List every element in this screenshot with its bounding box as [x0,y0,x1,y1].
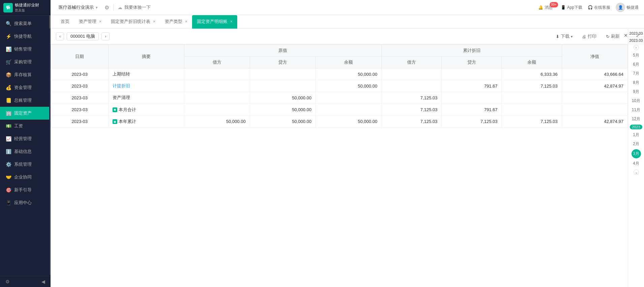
sidebar-item-enterprise[interactable]: 🤝 企业协同 [0,171,51,184]
cell-depr-balance: 7,125.03 [502,116,562,128]
timeline-month-11[interactable]: 11月 [628,105,644,115]
sidebar-item-inventory[interactable]: 📦 库存核算 [0,68,51,81]
timeline-month-5[interactable]: 5月 [628,51,644,60]
tab-asset-type[interactable]: 资产类型 × [160,15,192,29]
timeline-month-3-active[interactable]: 3月 [632,149,641,158]
timeline-month-12[interactable]: 12月 [628,115,644,124]
sidebar-item-label: 搜索菜单 [14,21,32,27]
sidebar-item-quicknav[interactable]: ⚡ 快捷导航 [0,30,51,43]
basicinfo-icon: ℹ️ [5,149,11,154]
timeline-down-button[interactable]: ⌄ [634,169,639,175]
sidebar-item-label: 总账管理 [14,97,32,103]
cell-depr-balance: 6,333.36 [502,68,562,80]
sidebar-item-label: 资金管理 [14,85,32,91]
sidebar-item-system[interactable]: ⚙️ 系统管理 [0,158,51,171]
user-menu[interactable]: 👤 畅捷通 [616,3,639,12]
sidebar-item-purchase[interactable]: 🛒 采购管理 [0,56,51,68]
prev-button[interactable]: ‹ [56,32,64,40]
avatar: 👤 [616,3,625,12]
sidebar-item-newguide[interactable]: 🎯 新手引导 [0,184,51,196]
salary-icon: 💵 [5,123,11,129]
timeline-month-10[interactable]: 10月 [628,96,644,105]
close-panel-button[interactable]: ✕ [620,29,632,42]
cell-orig-credit: 50,000.00 [250,116,315,128]
tab-depreciation-stats-close[interactable]: × [153,19,155,24]
maximize-panel-button[interactable]: ⤢ [632,29,644,42]
sidebar-item-label: 基础信息 [14,149,32,155]
sidebar-item-appcenter[interactable]: 📱 应用中心 [0,196,51,209]
table-row: 2023-03 计提折旧 50,000.00 791.67 7,125.03 4… [51,80,628,92]
sidebar-item-fixed-assets[interactable]: 🏢 固定资产 [0,107,51,120]
cell-orig-balance [316,104,381,116]
tab-asset-mgmt-close[interactable]: × [99,19,101,24]
sidebar-item-salary[interactable]: 💵 工资 [0,120,51,132]
app-download-label: App下载 [567,5,582,10]
sidebar-item-ledger[interactable]: 📒 总账管理 [0,94,51,107]
timeline-month-2[interactable]: 2月 [628,139,644,149]
collapse-sidebar-icon[interactable]: ◀ [41,279,45,284]
ledger-table: 日期 摘要 原值 累计折旧 净值 借方 贷方 余额 借方 贷方 余额 [51,44,628,128]
cell-date: 2023-03 [51,116,109,128]
timeline-month-1[interactable]: 1月 [628,130,644,139]
col-depr-debit: 借方 [381,57,441,68]
enterprise-icon: 🤝 [5,174,11,180]
timeline-month-8[interactable]: 8月 [628,78,644,87]
app-download-button[interactable]: 📱 App下载 [561,5,582,10]
col-accumulated-depr: 累计折旧 [381,45,562,57]
cell-depr-credit: 791.67 [441,104,501,116]
download-button[interactable]: ⬇ 下载 ▾ [553,32,575,41]
download-dropdown-icon: ▾ [571,35,573,38]
cell-summary: 上期结转 [109,68,184,80]
company-selector[interactable]: 医疗器械行业演示 ▾ [56,3,100,12]
tab-home[interactable]: 首页 [56,15,74,29]
notifications-button[interactable]: 🔔 消息 99+ [535,5,555,10]
tab-depreciation-stats[interactable]: 固定资产折旧统计表 × [106,15,160,29]
sidebar-item-basicinfo[interactable]: ℹ️ 基础信息 [0,145,51,158]
timeline-month-6[interactable]: 6月 [628,60,644,69]
timeline-month-4[interactable]: 4月 [628,159,644,168]
experience-button[interactable]: ☁ 我要体验一下 [118,4,151,10]
tab-asset-mgmt[interactable]: 资产管理 × [74,15,106,29]
next-button[interactable]: › [101,32,110,40]
print-button[interactable]: 🖨 打印 [579,32,599,41]
tabbar: 首页 资产管理 × 固定资产折旧统计表 × 资产类型 × 固定资产明细账 × [51,15,644,29]
sidebar-header: 畅 畅捷通好业财 普及版 [0,0,51,16]
tab-asset-type-close[interactable]: × [185,19,187,24]
headset-icon: 🎧 [588,5,593,10]
tab-asset-detail[interactable]: 固定资产明细账 × [192,15,237,29]
system-icon: ⚙️ [5,162,11,167]
asset-code-display: 000001 电脑 [67,32,99,40]
timeline-panel: 2023.03 2023.03 › 5月 6月 7月 8月 9月 10月 11月… [628,29,644,287]
content-area: ✕ ⤢ ‹ 000001 电脑 › ⬇ 下载 ▾ 🖨 打印 [51,29,644,287]
cell-summary: 资产清理 [109,92,184,104]
purchase-icon: 🛒 [5,59,11,65]
month-badge: ▣ 本月合计 [113,107,136,113]
year-2023-badge[interactable]: 2023 [630,125,642,129]
tab-asset-detail-label: 固定资产明细账 [197,19,227,25]
col-net-value: 净值 [562,45,627,68]
tab-asset-detail-close[interactable]: × [230,19,233,24]
table-wrapper: 日期 摘要 原值 累计折旧 净值 借方 贷方 余额 借方 贷方 余额 [51,44,628,287]
cell-summary: ▣ 本月合计 [109,104,184,116]
cell-depr-credit: 7,125.03 [441,116,501,128]
timeline-month-9[interactable]: 9月 [628,87,644,96]
timeline-collapse-button[interactable]: › [634,45,639,50]
sidebar-item-label: 新手引导 [14,187,32,193]
sidebar-item-operations[interactable]: 📈 经营管理 [0,132,51,145]
timeline-month-7[interactable]: 7月 [628,69,644,78]
download-icon: ⬇ [556,34,559,39]
operations-icon: 📈 [5,136,11,141]
settings-gear-icon[interactable]: ⚙ [104,4,109,11]
app-title: 畅捷通好业财 [15,3,39,8]
table-row: 2023-03 上期结转 50,000.00 6,333.36 43,666.6… [51,68,628,80]
sidebar-item-finance[interactable]: 💰 资金管理 [0,81,51,94]
customer-service-button[interactable]: 🎧 在线客服 [588,5,610,10]
cell-depr-debit: 7,125.03 [381,92,441,104]
sidebar-item-label: 快捷导航 [14,33,32,39]
cell-depr-balance [502,104,562,116]
window-controls: ✕ ⤢ [620,29,644,42]
sidebar-item-sales[interactable]: 📊 销售管理 [0,43,51,56]
settings-icon[interactable]: ⚙ [5,279,10,284]
table-row: 2023-03 ▣ 本月合计 50,000.00 7,125.03 [51,104,628,116]
sidebar-item-search[interactable]: 🔍 搜索菜单 [0,17,51,30]
